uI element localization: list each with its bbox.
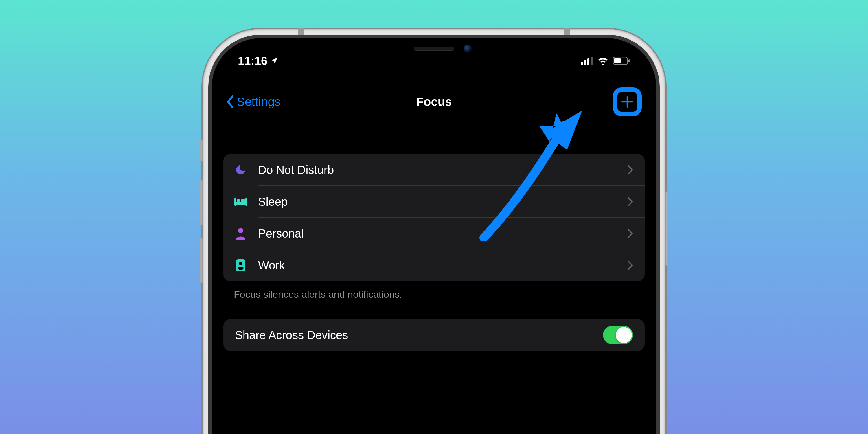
plus-icon xyxy=(620,95,634,109)
svg-marker-10 xyxy=(545,111,582,150)
antenna-band xyxy=(298,28,304,35)
bed-icon xyxy=(234,196,248,207)
add-focus-button[interactable] xyxy=(613,87,642,116)
list-footer-text: Focus silences alerts and notifications. xyxy=(223,281,645,308)
svg-rect-1 xyxy=(584,60,586,65)
antenna-band xyxy=(564,28,570,35)
chevron-right-icon xyxy=(628,229,633,238)
wifi-icon xyxy=(597,56,609,65)
chevron-right-icon xyxy=(628,165,633,175)
battery-icon xyxy=(613,57,630,65)
front-camera xyxy=(464,44,472,53)
page-title: Focus xyxy=(416,95,452,109)
moon-icon xyxy=(235,164,247,176)
svg-rect-15 xyxy=(241,199,245,202)
svg-rect-20 xyxy=(239,269,243,270)
focus-row-label: Work xyxy=(258,259,628,272)
toggle-knob xyxy=(616,327,632,343)
svg-rect-6 xyxy=(628,59,630,62)
nav-bar: Settings Focus xyxy=(212,87,656,116)
svg-rect-3 xyxy=(591,57,593,65)
share-toggle[interactable] xyxy=(603,326,633,344)
location-arrow-icon xyxy=(270,57,278,65)
svg-rect-19 xyxy=(238,267,244,269)
back-button[interactable]: Settings xyxy=(226,95,281,109)
share-across-devices-row[interactable]: Share Across Devices xyxy=(223,319,645,351)
svg-point-18 xyxy=(239,262,243,265)
silent-switch xyxy=(199,139,203,162)
power-button xyxy=(665,191,669,266)
svg-rect-0 xyxy=(581,62,583,65)
back-label: Settings xyxy=(237,95,281,109)
focus-row-personal[interactable]: Personal xyxy=(223,218,645,249)
focus-row-label: Sleep xyxy=(258,195,628,208)
notch xyxy=(365,38,503,59)
badge-icon xyxy=(236,259,246,272)
volume-up-button xyxy=(199,179,203,226)
share-section: Share Across Devices xyxy=(223,319,645,351)
chevron-right-icon xyxy=(628,197,633,206)
svg-rect-5 xyxy=(614,58,621,63)
cellular-icon xyxy=(581,57,593,65)
status-time: 11:16 xyxy=(238,54,267,67)
screen: 11:16 xyxy=(212,38,656,434)
svg-rect-13 xyxy=(235,202,247,205)
svg-rect-14 xyxy=(237,199,240,202)
focus-row-work[interactable]: Work xyxy=(223,249,645,281)
svg-rect-2 xyxy=(587,58,589,65)
chevron-left-icon xyxy=(226,95,235,108)
focus-row-do-not-disturb[interactable]: Do Not Disturb xyxy=(223,154,645,186)
share-label: Share Across Devices xyxy=(235,329,603,342)
chevron-right-icon xyxy=(628,261,633,270)
volume-down-button xyxy=(199,237,203,283)
svg-point-16 xyxy=(238,228,243,233)
focus-row-sleep[interactable]: Sleep xyxy=(223,186,645,218)
focus-row-label: Personal xyxy=(258,227,628,240)
person-icon xyxy=(235,227,247,240)
focus-modes-list: Do Not Disturb xyxy=(223,154,645,281)
focus-row-label: Do Not Disturb xyxy=(258,163,628,177)
speaker-grille xyxy=(414,46,454,51)
phone-frame: 11:16 xyxy=(203,29,665,434)
